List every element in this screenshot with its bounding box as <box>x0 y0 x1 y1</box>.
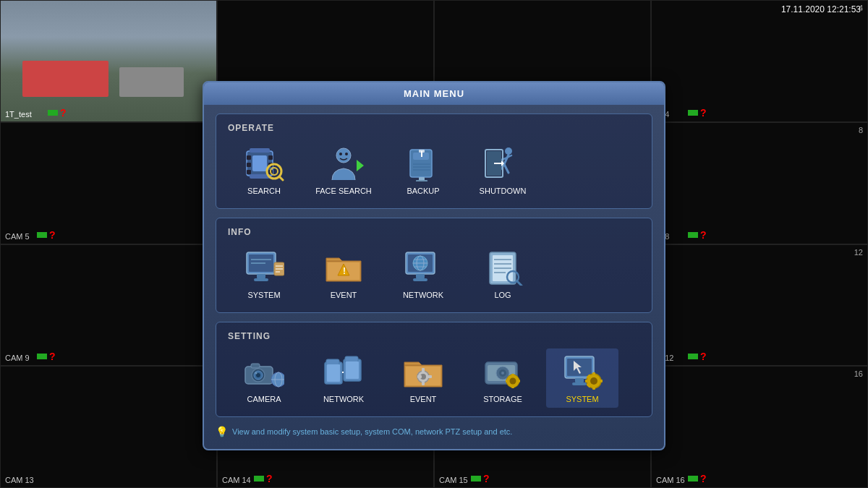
menu-item-system-info[interactable]: SYSTEM <box>228 244 300 304</box>
svg-rect-40 <box>257 274 265 278</box>
svg-point-70 <box>255 372 258 374</box>
menu-item-network-set[interactable]: NETWORK <box>307 348 380 408</box>
backup-icon <box>400 145 446 182</box>
svg-rect-20 <box>416 180 427 181</box>
section-operate: OPERATE <box>216 114 652 209</box>
svg-point-13 <box>336 148 351 163</box>
svg-rect-107 <box>592 372 595 377</box>
svg-marker-16 <box>357 160 364 171</box>
svg-rect-41 <box>254 278 268 281</box>
menu-item-search[interactable]: SEARCH <box>228 140 300 200</box>
menu-item-event-set[interactable]: EVENT <box>387 348 459 408</box>
camera-icon <box>241 353 287 390</box>
svg-text:!: ! <box>343 266 346 276</box>
shutdown-icon <box>480 145 526 182</box>
svg-rect-103 <box>575 378 584 382</box>
setting-items-row: CAMERA <box>228 348 640 408</box>
section-operate-title: OPERATE <box>228 123 640 133</box>
system-set-label: SYSTEM <box>566 395 598 403</box>
info-items-row: SYSTEM ! EVENT <box>228 244 640 304</box>
svg-rect-108 <box>592 385 595 390</box>
hint-text: View and modify system basic setup, syst… <box>232 427 512 436</box>
menu-item-camera[interactable]: CAMERA <box>228 348 300 408</box>
menu-title: MAIN MENU <box>204 82 664 105</box>
network-set-label: NETWORK <box>323 395 364 403</box>
event-set-label: EVENT <box>410 395 437 403</box>
hint-icon: 💡 <box>216 426 228 437</box>
event-info-icon: ! <box>320 249 367 286</box>
svg-line-12 <box>279 176 283 180</box>
svg-rect-96 <box>511 374 514 377</box>
svg-rect-3 <box>247 155 251 160</box>
svg-rect-56 <box>416 274 425 278</box>
face-search-icon <box>320 145 367 182</box>
storage-label: STORAGE <box>483 395 522 403</box>
section-setting: SETTING <box>216 322 652 417</box>
svg-rect-98 <box>506 380 509 382</box>
svg-rect-76 <box>326 359 339 365</box>
svg-rect-109 <box>585 380 590 382</box>
event-info-label: EVENT <box>331 291 357 299</box>
svg-rect-1 <box>250 148 270 153</box>
operate-items-row: SEARCH <box>228 140 640 200</box>
svg-rect-77 <box>327 364 340 382</box>
svg-rect-80 <box>346 361 359 379</box>
network-set-icon <box>320 353 367 390</box>
section-info-title: INFO <box>228 227 640 237</box>
menu-item-network-info[interactable]: NETWORK <box>387 244 459 304</box>
svg-rect-57 <box>413 278 427 281</box>
menu-item-face-search[interactable]: FACE SEARCH <box>307 140 380 200</box>
svg-rect-79 <box>345 356 358 362</box>
svg-point-95 <box>510 378 516 385</box>
menu-item-log[interactable]: LOG <box>467 244 539 304</box>
svg-rect-71 <box>251 364 260 368</box>
backup-label: BACKUP <box>407 187 439 195</box>
svg-point-15 <box>345 153 348 155</box>
search-icon <box>241 145 287 182</box>
log-label: LOG <box>494 291 511 299</box>
svg-rect-22 <box>419 150 425 153</box>
network-info-icon <box>400 249 446 286</box>
section-info: INFO <box>216 218 652 313</box>
camera-label: CAMERA <box>247 395 281 403</box>
svg-rect-5 <box>247 170 251 174</box>
svg-rect-4 <box>247 163 251 167</box>
svg-point-106 <box>590 377 597 385</box>
menu-item-system-set[interactable]: SYSTEM <box>546 348 618 408</box>
svg-rect-85 <box>422 368 425 372</box>
svg-line-65 <box>517 281 522 286</box>
main-menu: MAIN MENU OPERATE <box>203 81 665 450</box>
svg-point-14 <box>339 153 342 155</box>
svg-rect-86 <box>422 381 425 385</box>
shutdown-label: SHUTDOWN <box>480 187 527 195</box>
menu-item-shutdown[interactable]: SHUTDOWN <box>467 140 539 200</box>
storage-icon <box>480 353 526 390</box>
hint-bar: 💡 View and modify system basic setup, sy… <box>204 423 664 437</box>
search-label: SEARCH <box>247 187 281 195</box>
svg-line-29 <box>504 164 509 173</box>
svg-rect-87 <box>417 375 422 378</box>
svg-rect-110 <box>598 380 603 382</box>
svg-rect-9 <box>252 155 267 171</box>
svg-rect-104 <box>572 382 587 385</box>
log-icon <box>480 249 526 286</box>
menu-item-event-info[interactable]: ! EVENT <box>307 244 380 304</box>
svg-rect-97 <box>511 385 514 388</box>
menu-item-storage[interactable]: STORAGE <box>467 348 539 408</box>
section-setting-title: SETTING <box>228 331 640 341</box>
face-search-label: FACE SEARCH <box>315 187 372 195</box>
menu-item-backup[interactable]: BACKUP <box>387 140 459 200</box>
event-set-icon <box>400 353 446 390</box>
system-info-icon <box>241 249 287 286</box>
system-set-icon <box>559 353 605 390</box>
svg-rect-88 <box>427 375 432 378</box>
system-info-label: SYSTEM <box>247 291 280 299</box>
network-info-label: NETWORK <box>403 291 443 299</box>
svg-point-93 <box>501 372 504 374</box>
svg-rect-99 <box>516 380 520 382</box>
svg-rect-6 <box>268 155 273 160</box>
modal-overlay: MAIN MENU OPERATE <box>0 0 868 488</box>
